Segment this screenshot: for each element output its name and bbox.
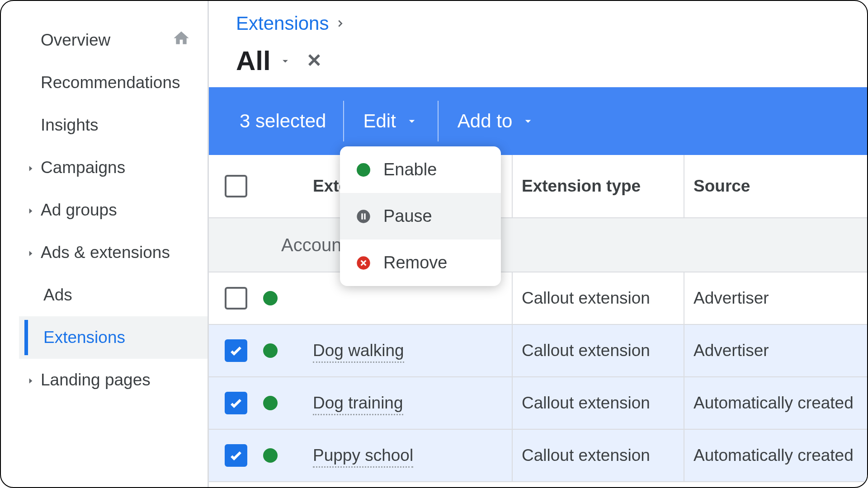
chevron-right-icon <box>335 19 345 28</box>
dropdown-item-label: Remove <box>383 253 448 272</box>
dropdown-item-pause[interactable]: Pause <box>340 193 501 239</box>
add-to-dropdown-button[interactable]: Add to <box>443 110 549 132</box>
sidebar-item-ads-and-extensions[interactable]: Ads & extensions <box>19 231 208 274</box>
column-header-type[interactable]: Extension type <box>512 155 684 217</box>
chevron-down-icon <box>521 114 535 128</box>
chevron-right-icon <box>26 201 35 220</box>
remove-circle-icon <box>355 256 372 270</box>
sidebar-item-label: Ads <box>43 286 72 305</box>
table-row: Dog training Callout extension Automatic… <box>209 377 867 430</box>
extensions-table: Extension Extension type Source Account … <box>209 155 867 487</box>
sidebar-item-insights[interactable]: Insights <box>19 104 208 146</box>
status-enabled-icon <box>263 448 278 463</box>
cell-source: Automatically created <box>684 430 864 481</box>
add-to-label: Add to <box>458 110 512 132</box>
dropdown-item-remove[interactable]: Remove <box>340 239 501 286</box>
group-label: Account <box>281 235 347 255</box>
breadcrumb-link-extensions[interactable]: Extensions <box>236 13 345 34</box>
row-checkbox[interactable] <box>225 392 247 414</box>
row-checkbox[interactable] <box>225 287 247 310</box>
close-filter-button[interactable] <box>304 50 324 72</box>
chevron-down-icon <box>405 114 419 128</box>
sidebar-item-label: Ad groups <box>41 201 117 220</box>
sidebar-item-extensions[interactable]: Extensions <box>19 316 208 359</box>
extension-name-link[interactable]: Dog walking <box>313 341 404 363</box>
edit-label: Edit <box>363 110 396 132</box>
chevron-down-icon <box>279 55 292 67</box>
table-row: Dog walking Callout extension Advertiser <box>209 325 867 377</box>
extension-name-link[interactable]: Puppy school <box>313 446 413 468</box>
sidebar-item-ad-groups[interactable]: Ad groups <box>19 189 208 231</box>
sidebar-item-recommendations[interactable]: Recommendations <box>19 61 208 104</box>
chevron-right-icon <box>26 243 35 262</box>
filter-dropdown[interactable]: All <box>236 45 292 76</box>
edit-dropdown-menu: Enable Pause Remove <box>340 146 501 286</box>
row-checkbox[interactable] <box>225 444 247 467</box>
breadcrumb: Extensions <box>209 1 867 42</box>
chevron-right-icon <box>26 371 35 389</box>
divider <box>438 101 439 141</box>
sidebar-item-label: Recommendations <box>41 73 180 92</box>
sidebar-item-label: Extensions <box>43 328 125 347</box>
edit-dropdown-button[interactable]: Edit <box>349 110 433 132</box>
svg-rect-2 <box>364 213 365 219</box>
cell-extension-type: Callout extension <box>512 377 684 429</box>
cell-extension-type: Callout extension <box>512 430 684 481</box>
sidebar-item-label: Ads & extensions <box>41 243 170 262</box>
selected-count: 3 selected <box>227 110 339 132</box>
close-icon <box>304 50 324 70</box>
status-enabled-icon <box>263 396 278 410</box>
cell-source: Advertiser <box>684 325 864 376</box>
bulk-action-bar: 3 selected Edit Add to <box>209 87 867 155</box>
filter-row: All <box>209 42 867 87</box>
dropdown-item-label: Pause <box>383 206 432 226</box>
table-row: Puppy school Callout extension Automatic… <box>209 430 867 482</box>
green-dot-icon <box>355 163 372 177</box>
sidebar-item-overview[interactable]: Overview <box>19 19 208 61</box>
select-all-checkbox[interactable] <box>225 175 247 197</box>
status-enabled-icon <box>263 291 278 305</box>
sidebar-item-landing-pages[interactable]: Landing pages <box>19 359 208 401</box>
svg-rect-1 <box>361 213 363 219</box>
sidebar-item-campaigns[interactable]: Campaigns <box>19 146 208 189</box>
row-checkbox[interactable] <box>225 339 247 362</box>
svg-point-0 <box>357 210 370 223</box>
cell-extension-type: Callout extension <box>512 272 684 324</box>
sidebar-item-label: Campaigns <box>41 158 125 177</box>
home-icon <box>172 29 190 52</box>
breadcrumb-label: Extensions <box>236 13 329 34</box>
sidebar-item-ads[interactable]: Ads <box>19 274 208 316</box>
sidebar: Overview Recommendations Insights Campai… <box>1 1 209 487</box>
status-enabled-icon <box>263 343 278 358</box>
chevron-right-icon <box>26 158 35 177</box>
sidebar-item-label: Overview <box>41 31 110 50</box>
cell-source: Automatically created <box>684 377 864 429</box>
column-header-source[interactable]: Source <box>684 155 864 217</box>
filter-label-text: All <box>236 45 271 76</box>
table-row: Callout extension Advertiser <box>209 272 867 325</box>
pause-circle-icon <box>355 209 372 224</box>
divider <box>343 101 344 141</box>
dropdown-item-label: Enable <box>383 160 437 179</box>
cell-extension-type: Callout extension <box>512 325 684 376</box>
table-header-row: Extension Extension type Source <box>209 155 867 218</box>
main-content: Extensions All 3 selected Edit Add to <box>209 1 867 487</box>
sidebar-item-label: Landing pages <box>41 371 151 389</box>
cell-source: Advertiser <box>684 272 864 324</box>
table-group-row: Account <box>209 218 867 272</box>
sidebar-item-label: Insights <box>41 116 99 135</box>
extension-name-link[interactable]: Dog training <box>313 394 403 415</box>
dropdown-item-enable[interactable]: Enable <box>340 146 501 193</box>
